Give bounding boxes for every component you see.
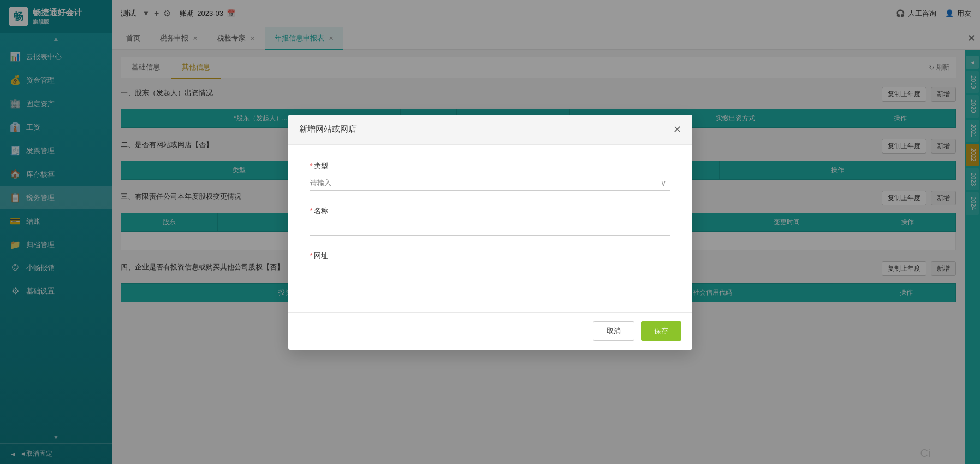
form-row-name: *名称 <box>310 206 670 236</box>
name-input-wrapper <box>310 220 670 236</box>
modal-body: *类型 ∨ *名称 *网址 <box>288 145 692 312</box>
url-input-wrapper <box>310 265 670 280</box>
modal-overlay: 新增网站或网店 ✕ *类型 ∨ *名称 <box>0 0 980 464</box>
modal-header: 新增网站或网店 ✕ <box>288 115 692 145</box>
modal-footer: 取消 保存 <box>288 312 692 350</box>
name-required-mark: * <box>310 207 313 215</box>
modal-close-btn[interactable]: ✕ <box>673 124 681 136</box>
modal-add-website: 新增网站或网店 ✕ *类型 ∨ *名称 <box>288 115 692 350</box>
url-required-mark: * <box>310 251 313 260</box>
type-input-wrapper: ∨ <box>310 175 670 191</box>
form-row-url: *网址 <box>310 251 670 280</box>
cancel-btn[interactable]: 取消 <box>593 321 634 341</box>
form-row-type: *类型 ∨ <box>310 161 670 191</box>
save-btn[interactable]: 保存 <box>641 321 681 341</box>
form-label-type: *类型 <box>310 161 670 171</box>
modal-title: 新增网站或网店 <box>299 124 357 134</box>
url-input[interactable] <box>310 265 670 280</box>
form-label-name: *名称 <box>310 206 670 216</box>
type-required-mark: * <box>310 162 313 170</box>
name-input[interactable] <box>310 220 670 236</box>
type-select-arrow: ∨ <box>661 179 666 187</box>
type-input[interactable] <box>310 175 670 191</box>
form-label-url: *网址 <box>310 251 670 261</box>
